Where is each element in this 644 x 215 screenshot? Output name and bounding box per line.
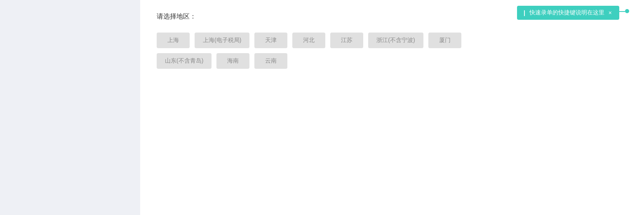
region-row-2: 山东(不含青岛)海南云南 [157,53,628,69]
region-button[interactable]: 江苏 [330,33,363,48]
region-button[interactable]: 云南 [254,53,287,69]
tooltip-text: 快速录单的快捷键说明在这里 [529,9,604,16]
tooltip-connector-line [618,11,625,12]
region-button[interactable]: 山东(不含青岛) [157,53,212,69]
tooltip-connector-dot [625,9,629,13]
region-button[interactable]: 浙江(不含宁波) [368,33,423,48]
region-row-1: 上海上海(电子税局)天津河北江苏浙江(不含宁波)厦门 [157,33,628,48]
region-button[interactable]: 上海 [157,33,190,48]
main-content: 请选择地区： 上海上海(电子税局)天津河北江苏浙江(不含宁波)厦门 山东(不含青… [140,0,644,215]
tooltip-close-button[interactable]: × [608,9,613,16]
left-sidebar [0,0,140,215]
region-button[interactable]: 厦门 [428,33,461,48]
region-button[interactable]: 上海(电子税局) [195,33,249,48]
region-button[interactable]: 河北 [292,33,325,48]
region-button[interactable]: 天津 [254,33,287,48]
region-button[interactable]: 海南 [216,53,249,69]
tooltip-banner: 快速录单的快捷键说明在这里 × [517,6,619,20]
